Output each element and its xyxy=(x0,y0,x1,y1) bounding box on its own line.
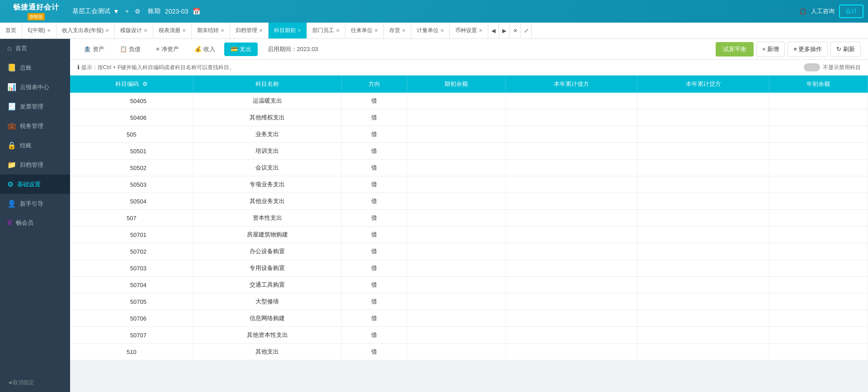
table-row[interactable]: 50706 信息网络购建 借 xyxy=(70,310,868,327)
add-button[interactable]: + 新增 xyxy=(756,42,785,57)
cell-opening xyxy=(407,143,505,160)
sidebar-item-home[interactable]: ⌂ 首页 xyxy=(0,39,70,58)
cell-year-opening xyxy=(769,243,868,260)
ai-consult-label[interactable]: 人工咨询 xyxy=(811,7,835,15)
tab-archive[interactable]: 归档管理 ✕ xyxy=(230,23,269,39)
table-row[interactable]: 510 其他支出 借 xyxy=(70,344,868,360)
sidebar-item-tax[interactable]: 💼 税务管理 xyxy=(0,116,70,136)
table-row[interactable]: 50406 其他维权支出 借 xyxy=(70,109,868,126)
tab-currency[interactable]: 币种设置 ✕ xyxy=(450,23,488,39)
tab-home[interactable]: 首页 xyxy=(0,23,22,39)
main-layout: ⌂ 首页 📒 总账 📊 云报表中心 🧾 发票管理 💼 税务管理 🔒 结账 📁 归… xyxy=(0,39,868,392)
table-row[interactable]: 50705 大型修缮 借 xyxy=(70,293,868,310)
tab-nav-next[interactable]: ▶ xyxy=(499,23,510,39)
tab-tax[interactable]: 税表清册 ✕ xyxy=(153,23,192,39)
cell-year-opening xyxy=(769,93,868,109)
sub-tab-expense[interactable]: 💳 支出 xyxy=(224,43,258,56)
table-row[interactable]: 50503 专项业务支出 借 xyxy=(70,176,868,193)
tab-period-end[interactable]: 期末结转 ✕ xyxy=(192,23,230,39)
collapse-label: ◄取消固定 xyxy=(7,379,34,387)
expense-icon: 💳 xyxy=(231,46,238,52)
sidebar-item-ledger[interactable]: 📒 总账 xyxy=(0,58,70,77)
cell-direction: 借 xyxy=(342,243,407,260)
dropdown-icon[interactable]: ▼ xyxy=(113,8,119,15)
sub-tab-income[interactable]: 💰 收入 xyxy=(188,43,222,56)
table-row[interactable]: 50701 房屋建筑物购建 借 xyxy=(70,227,868,243)
tab-dept[interactable]: 部门员工 ✕ xyxy=(307,23,345,39)
cell-opening xyxy=(407,344,505,360)
sub-tab-net-asset[interactable]: ≡ 净资产 xyxy=(150,43,185,56)
sidebar-item-member[interactable]: V 畅会员 xyxy=(0,213,70,232)
table-row[interactable]: 507 资本性支出 借 xyxy=(70,210,868,227)
sub-tab-asset[interactable]: 🏦 资产 xyxy=(77,43,111,56)
sidebar-item-report[interactable]: 📊 云报表中心 xyxy=(0,77,70,97)
company-selector[interactable]: 基层工会测试 ▼ ＋ ⚙ 账期 2023-03 📅 xyxy=(72,7,795,15)
tab-subject[interactable]: 科目期初 ✕ xyxy=(269,23,307,39)
table-row[interactable]: 505 业务支出 借 xyxy=(70,126,868,143)
tab-partner[interactable]: 往来单位 ✕ xyxy=(345,23,384,39)
tab-subject-close[interactable]: ✕ xyxy=(297,28,301,33)
sidebar-collapse[interactable]: ◄取消固定 xyxy=(0,373,70,392)
calculate-button[interactable]: 试算平衡 xyxy=(716,42,754,57)
tab-expand[interactable]: ⤢ xyxy=(521,23,532,39)
table-row[interactable]: 50702 办公设备购置 借 xyxy=(70,243,868,260)
tab-unit[interactable]: 计量单位 ✕ xyxy=(411,23,450,39)
tab-stock-close[interactable]: ✕ xyxy=(402,28,406,33)
table-row[interactable]: 50707 其他资本性支出 借 xyxy=(70,327,868,344)
table-row[interactable]: 50405 运温暖支出 借 xyxy=(70,93,868,109)
disable-toggle[interactable] xyxy=(804,63,820,71)
cell-ytd-debit xyxy=(505,344,637,360)
col-code-settings[interactable]: ⚙ xyxy=(142,80,148,87)
cell-ytd-credit xyxy=(637,277,769,293)
close-account-icon: 🔒 xyxy=(7,141,16,150)
cell-opening xyxy=(407,160,505,176)
report-icon: 📊 xyxy=(7,83,16,91)
sidebar-item-close-label: 结账 xyxy=(20,142,32,150)
cell-opening xyxy=(407,243,505,260)
sidebar-item-invoice[interactable]: 🧾 发票管理 xyxy=(0,97,70,116)
table-row[interactable]: 50703 专用设备购置 借 xyxy=(70,260,868,277)
calendar-icon[interactable]: 📅 xyxy=(193,8,200,15)
tab-income-close[interactable]: ✕ xyxy=(105,28,109,33)
tab-nav-prev[interactable]: ◀ xyxy=(488,23,499,39)
tab-template-close[interactable]: ✕ xyxy=(144,28,147,33)
sidebar-item-member-label: 畅会员 xyxy=(16,219,33,227)
tab-archive-close[interactable]: ✕ xyxy=(259,28,263,33)
cell-opening xyxy=(407,327,505,344)
sub-tab-liability[interactable]: 📋 负债 xyxy=(113,43,147,56)
table-row[interactable]: 50704 交通工具购置 借 xyxy=(70,277,868,293)
col-direction: 方向 xyxy=(342,76,407,93)
tab-unit-close[interactable]: ✕ xyxy=(440,28,444,33)
tab-partner-close[interactable]: ✕ xyxy=(374,28,378,33)
sidebar-item-close[interactable]: 🔒 结账 xyxy=(0,136,70,155)
settings-icon[interactable]: ⚙ xyxy=(135,8,141,15)
tab-currency-close[interactable]: ✕ xyxy=(479,28,482,33)
sidebar-item-guide[interactable]: 👤 新手引导 xyxy=(0,194,70,213)
tab-template[interactable]: 模版设计 ✕ xyxy=(115,23,153,39)
table-row[interactable]: 50502 会议支出 借 xyxy=(70,160,868,176)
cell-code: 50701 xyxy=(70,227,193,243)
table-row[interactable]: 50504 其他业务支出 借 xyxy=(70,193,868,210)
cell-name: 交通工具购置 xyxy=(193,277,341,293)
guide-icon: 👤 xyxy=(7,199,16,208)
sidebar-item-settings[interactable]: ⚙ 基础设置 xyxy=(0,175,70,194)
tab-income[interactable]: 收入支出表(年报) ✕ xyxy=(57,23,115,39)
sidebar-item-archive[interactable]: 📁 归档管理 xyxy=(0,155,70,175)
tab-archive-label: 归档管理 xyxy=(236,27,257,34)
refresh-button[interactable]: ↻ 刷新 xyxy=(830,42,861,57)
tab-tax-close[interactable]: ✕ xyxy=(182,28,186,33)
cell-code: 50504 xyxy=(70,193,193,210)
tab-period-end-close[interactable]: ✕ xyxy=(221,28,224,33)
tab-stock[interactable]: 存货 ✕ xyxy=(384,23,411,39)
account-button[interactable]: 会计 xyxy=(839,5,863,18)
table-row[interactable]: 50501 培训支出 借 xyxy=(70,143,868,160)
cell-ytd-credit xyxy=(637,193,769,210)
more-button[interactable]: ≡ 更多操作 xyxy=(788,42,828,57)
tab-period[interactable]: ℇ(中期) ✕ xyxy=(22,23,57,39)
table-wrap: 科目编码 ⚙ 科目名称 方向 期初余额 本年累计借方 本年累计贷方 年初余额 5… xyxy=(70,76,868,392)
tab-period-close[interactable]: ✕ xyxy=(47,28,51,33)
tab-close-all[interactable]: ✕ xyxy=(510,23,521,39)
add-icon[interactable]: ＋ xyxy=(124,7,130,15)
tab-dept-close[interactable]: ✕ xyxy=(336,28,340,33)
cell-year-opening xyxy=(769,327,868,344)
